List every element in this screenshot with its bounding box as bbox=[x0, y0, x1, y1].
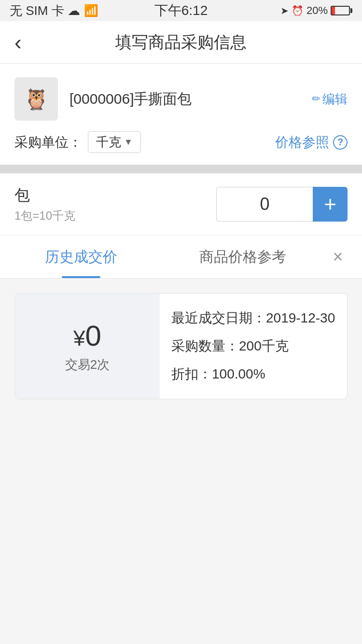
battery-icon bbox=[331, 6, 352, 15]
product-section: 🦉 [0000006]手撕面包 ✏ 编辑 采购单位： 千克 ▼ 价格参照 ? bbox=[0, 64, 362, 165]
unit-dropdown[interactable]: 千克 ▼ bbox=[88, 131, 141, 153]
quantity-plus-button[interactable]: + bbox=[313, 187, 348, 222]
status-time: 下午6:12 bbox=[154, 1, 208, 20]
unit-row: 采购单位： 千克 ▼ 价格参照 ? bbox=[14, 131, 348, 153]
qty-detail-label: 采购数量： bbox=[171, 338, 239, 353]
quantity-value: 0 bbox=[260, 194, 269, 214]
dropdown-arrow-icon: ▼ bbox=[124, 137, 133, 147]
product-name: [0000006]手撕面包 bbox=[70, 89, 192, 109]
price-reference-button[interactable]: 价格参照 ? bbox=[275, 133, 348, 152]
page-title: 填写商品采购信息 bbox=[115, 31, 247, 54]
tab-active-indicator bbox=[62, 276, 100, 278]
battery-percent: 20% bbox=[306, 4, 328, 17]
date-value: 2019-12-30 bbox=[266, 310, 335, 325]
price-display: ¥0 bbox=[73, 319, 101, 352]
detail-date: 最近成交日期：2019-12-30 bbox=[171, 308, 335, 328]
quantity-unit: 包 bbox=[14, 185, 75, 206]
tab-history-label: 历史成交价 bbox=[45, 247, 117, 267]
product-header: 🦉 [0000006]手撕面包 ✏ 编辑 bbox=[14, 77, 348, 121]
price-card-left: ¥0 交易2次 bbox=[15, 294, 160, 399]
plus-icon: + bbox=[324, 192, 336, 216]
edit-icon: ✏ bbox=[312, 93, 320, 105]
help-icon: ? bbox=[333, 135, 348, 150]
qty-detail-value: 200千克 bbox=[239, 338, 289, 353]
quantity-section: 包 1包=10千克 0 + bbox=[0, 173, 362, 236]
battery-tip bbox=[350, 8, 352, 13]
wifi-icon: 📶 bbox=[84, 4, 98, 17]
tabs-header: 历史成交价 商品价格参考 × bbox=[0, 236, 362, 279]
tab-product-price[interactable]: 商品价格参考 bbox=[162, 236, 323, 278]
price-ref-label: 价格参照 bbox=[275, 133, 329, 152]
back-icon: ‹ bbox=[14, 30, 22, 54]
unit-value: 千克 bbox=[96, 134, 121, 151]
currency-symbol: ¥ bbox=[73, 326, 85, 350]
unit-label: 采购单位： bbox=[14, 133, 82, 152]
battery-fill bbox=[332, 7, 335, 14]
unit-left: 采购单位： 千克 ▼ bbox=[14, 131, 141, 153]
price-amount-value: 0 bbox=[85, 320, 101, 352]
status-bar: 无 SIM 卡 ☁ 📶 下午6:12 ➤ ⏰ 20% bbox=[0, 0, 362, 21]
tabs-section: 历史成交价 商品价格参考 × ¥0 交易2次 最近成交日期：2019-12-30 bbox=[0, 236, 362, 414]
discount-label: 折扣： bbox=[171, 366, 212, 381]
product-info: 🦉 [0000006]手撕面包 bbox=[14, 77, 192, 121]
date-label: 最近成交日期： bbox=[171, 310, 266, 325]
section-divider bbox=[0, 165, 362, 173]
alarm-icon: ⏰ bbox=[292, 5, 304, 16]
tab-product-label: 商品价格参考 bbox=[199, 247, 286, 267]
close-icon: × bbox=[333, 247, 343, 267]
status-right: ➤ ⏰ 20% bbox=[280, 4, 352, 17]
product-thumbnail: 🦉 bbox=[14, 77, 58, 121]
main-content-background bbox=[0, 414, 362, 644]
quantity-label: 包 1包=10千克 bbox=[14, 185, 75, 224]
discount-value: 100.00% bbox=[212, 366, 265, 381]
price-card: ¥0 交易2次 最近成交日期：2019-12-30 采购数量：200千克 折扣：… bbox=[14, 293, 348, 399]
price-card-right: 最近成交日期：2019-12-30 采购数量：200千克 折扣：100.00% bbox=[160, 294, 347, 399]
detail-discount: 折扣：100.00% bbox=[171, 364, 335, 384]
transaction-count: 交易2次 bbox=[65, 356, 110, 373]
detail-quantity: 采购数量：200千克 bbox=[171, 336, 335, 356]
tab-content: ¥0 交易2次 最近成交日期：2019-12-30 采购数量：200千克 折扣：… bbox=[0, 279, 362, 414]
tab-history-price[interactable]: 历史成交价 bbox=[0, 236, 162, 278]
status-left: 无 SIM 卡 ☁ 📶 bbox=[10, 2, 98, 19]
product-logo-icon: 🦉 bbox=[24, 87, 49, 111]
back-button[interactable]: ‹ bbox=[14, 30, 43, 55]
edit-button[interactable]: ✏ 编辑 bbox=[312, 91, 348, 108]
nav-bar: ‹ 填写商品采购信息 bbox=[0, 21, 362, 64]
quantity-convert: 1包=10千克 bbox=[14, 208, 75, 224]
sim-label: 无 SIM 卡 ☁ bbox=[10, 2, 80, 19]
quantity-input[interactable]: 0 bbox=[216, 187, 313, 222]
quantity-input-row: 0 + bbox=[216, 187, 348, 222]
location-icon: ➤ bbox=[280, 5, 289, 16]
edit-label: 编辑 bbox=[322, 91, 348, 108]
tabs-close-button[interactable]: × bbox=[323, 247, 362, 267]
